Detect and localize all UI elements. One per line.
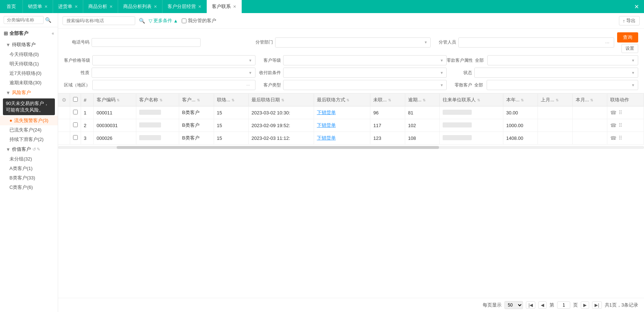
th-contact[interactable]: 联络... ⇅ [214, 94, 248, 106]
th-overdue[interactable]: 逾期... ⇅ [405, 94, 439, 106]
select-all-checkbox[interactable] [73, 97, 78, 102]
region-select[interactable]: ··· [92, 80, 255, 90]
tab-home[interactable]: 首页 [0, 0, 23, 13]
my-customers-checkbox-label[interactable]: 我分管的客户 [182, 17, 216, 24]
sidebar-item-class-a[interactable]: A类客户(1) [0, 164, 58, 173]
th-type[interactable]: 客户... ⇅ [179, 94, 214, 106]
price-level-label: 客户价格等级 [64, 57, 90, 64]
td-method-3[interactable]: 下销货单 [314, 132, 370, 145]
tab-customer-contact[interactable]: 客户联系 ✕ [207, 0, 242, 13]
zero-customer-select[interactable]: ▼ [487, 80, 638, 90]
th-this-year[interactable]: 本年... ⇅ [503, 94, 538, 106]
prev-page-button[interactable]: ◀ [538, 301, 547, 309]
sidebar-group-risk-customers[interactable]: ▼ 风险客户 [0, 88, 58, 98]
method-link-3[interactable]: 下销货单 [317, 135, 336, 141]
contact-icon-2[interactable]: ☎ [610, 122, 616, 128]
close-customer-contact-tab-icon[interactable]: ✕ [233, 4, 236, 9]
row-checkbox-3[interactable] [73, 135, 78, 140]
sidebar-item-tomorrow-contact[interactable]: 明天待联络(1) [0, 59, 58, 69]
th-last-month[interactable]: 上月... ⇅ [538, 94, 572, 106]
td-checkbox-3[interactable] [70, 132, 81, 145]
row-checkbox-2[interactable] [73, 122, 78, 127]
tab-customer-segmentation[interactable]: 客户分层经营 ✕ [162, 0, 207, 13]
manager-select[interactable]: ··· [458, 37, 614, 48]
sidebar-item-7days-contact[interactable]: 近7天待联络(0) [0, 69, 58, 78]
sidebar-item-declining[interactable]: 持续下滑客户(2) [0, 135, 58, 144]
my-customers-checkbox[interactable] [182, 19, 186, 23]
active-dot-icon: ● [9, 118, 12, 123]
td-checkbox-2[interactable] [70, 119, 81, 132]
page-number-input[interactable] [557, 301, 570, 309]
th-name[interactable]: 客户名称 ⇅ [136, 94, 179, 106]
sidebar-item-churn-warning[interactable]: ● 流失预警客户(3) [0, 116, 58, 125]
price-level-select[interactable]: ▼ [92, 55, 255, 65]
th-settings[interactable]: ⚙ [58, 94, 70, 106]
settings-button[interactable]: 设置 [621, 44, 638, 53]
th-last-contact-method[interactable]: 最后联络方式 ⇅ [314, 94, 370, 106]
horizontal-scrollbar[interactable] [58, 146, 644, 149]
method-link-2[interactable]: 下销货单 [317, 122, 336, 128]
th-last-contact-date[interactable]: 最后联络日期 ⇅ [249, 94, 314, 106]
th-this-month[interactable]: 本月... ⇅ [572, 94, 607, 106]
customer-type-select[interactable]: ▼ [283, 80, 447, 90]
sidebar-all-customers-header[interactable]: ⊞ 全部客户 « [0, 27, 58, 40]
export-button[interactable]: ↑ 导出 [619, 16, 640, 25]
phone-input[interactable] [92, 38, 201, 47]
th-uncontacted[interactable]: 未联... ⇅ [370, 94, 405, 106]
th-checkbox[interactable] [70, 94, 81, 106]
tab-sales[interactable]: 销货单 ✕ [23, 0, 53, 13]
more-action-icon-3[interactable]: ⠿ [619, 135, 622, 141]
sidebar-group-value-customers[interactable]: ▼ 价值客户 ↺ ✎ [0, 144, 58, 154]
more-conditions-button[interactable]: ▽ 更多条件 ▲ [149, 17, 178, 24]
close-purchase-tab-icon[interactable]: ✕ [75, 4, 78, 9]
per-page-select[interactable]: 50 100 200 [504, 301, 523, 309]
more-action-icon-2[interactable]: ⠿ [619, 122, 622, 128]
sidebar-group-pending-contact[interactable]: ▼ 待联络客户 [0, 40, 58, 50]
more-action-icon-1[interactable]: ⠿ [619, 110, 622, 116]
window-close-button[interactable]: ✕ [629, 3, 644, 10]
tab-product-analysis-list[interactable]: 商品分析列表 ✕ [118, 0, 162, 13]
last-page-button[interactable]: ▶| [592, 301, 601, 309]
gender-select[interactable]: ▼ [92, 68, 255, 78]
sidebar-item-class-b[interactable]: B类客户(33) [0, 173, 58, 183]
manager-more-icon[interactable]: ··· [604, 40, 611, 45]
customer-level-select[interactable]: ▼ [283, 55, 447, 65]
region-ellipsis-icon[interactable]: ··· [244, 82, 252, 88]
status-select[interactable]: ▼ [474, 68, 638, 78]
close-sales-tab-icon[interactable]: ✕ [44, 4, 48, 9]
first-page-button[interactable]: |◀ [526, 301, 535, 309]
zero-attr-select[interactable]: ▼ [487, 55, 638, 65]
sidebar-item-overdue-contact[interactable]: 逾期未联络(30) [0, 78, 58, 88]
sidebar-item-today-contact[interactable]: 今天待联络(0) [0, 50, 58, 59]
chevron-down-icon-8: ▼ [440, 83, 443, 87]
method-link-1[interactable]: 下销货单 [317, 110, 336, 115]
search-input[interactable] [63, 16, 135, 25]
td-method-2[interactable]: 下销货单 [314, 119, 370, 132]
close-customer-segmentation-tab-icon[interactable]: ✕ [198, 4, 201, 9]
payment-select[interactable]: ▼ [283, 68, 447, 78]
th-code[interactable]: 客户编码 ⇅ [93, 94, 136, 106]
sidebar-item-churned[interactable]: 已流失客户(24) [0, 125, 58, 135]
close-product-analysis-list-tab-icon[interactable]: ✕ [154, 4, 157, 9]
sidebar-search-input[interactable] [4, 16, 44, 24]
tab-purchase[interactable]: 进货单 ✕ [53, 0, 83, 13]
sidebar-search-icon[interactable]: 🔍 [45, 17, 51, 23]
query-button[interactable]: 查询 [617, 32, 638, 42]
contact-icon-3[interactable]: ☎ [610, 135, 616, 141]
row-checkbox-1[interactable] [73, 110, 78, 114]
next-page-button[interactable]: ▶ [581, 301, 589, 309]
sidebar-item-unclassified[interactable]: 未分组(32) [0, 154, 58, 164]
sidebar-item-class-c[interactable]: C类客户(6) [0, 183, 58, 192]
close-product-analysis-tab-icon[interactable]: ✕ [109, 4, 113, 9]
collapse-sidebar-icon[interactable]: « [52, 31, 54, 36]
td-checkbox-1[interactable] [70, 106, 81, 119]
th-unit-contact[interactable]: 往来单位联系人 ⇅ [440, 94, 503, 106]
scrollbar-thumb[interactable] [117, 146, 439, 149]
td-method-1[interactable]: 下销货单 [314, 106, 370, 119]
contact-icon-1[interactable]: ☎ [610, 110, 616, 116]
filter-search-icon[interactable]: 🔍 [139, 18, 145, 24]
edit-value-icon[interactable]: ✎ [37, 147, 40, 152]
department-select[interactable]: ▼ [275, 37, 431, 48]
tab-product-analysis[interactable]: 商品分析 ✕ [83, 0, 118, 13]
refresh-icon[interactable]: ↺ [32, 147, 36, 152]
